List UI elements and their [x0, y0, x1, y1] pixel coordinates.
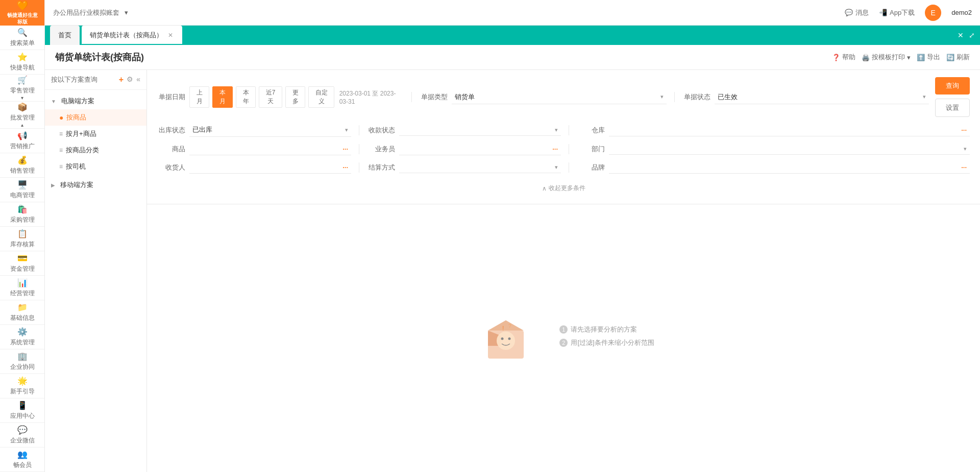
by-product-label: 按商品 — [66, 113, 86, 122]
receiver-input[interactable]: ··· — [189, 161, 351, 174]
newbie-icon: 🌟 — [17, 376, 28, 386]
settlement-select[interactable]: ▾ — [399, 162, 561, 173]
filter-salesman-item: 业务员 ··· — [367, 143, 561, 155]
status-select[interactable]: 已生效 ▾ — [715, 90, 929, 104]
help-icon: ❓ — [832, 54, 840, 61]
tree-item-by-category[interactable]: ≡ 按商品分类 — [45, 142, 146, 158]
product-input[interactable]: ··· — [189, 143, 351, 155]
tab-home[interactable]: 首页 — [50, 26, 80, 45]
tab-close-icon[interactable]: ✕ — [167, 32, 174, 39]
filter-warehouse-item: 仓库 ··· — [577, 124, 970, 136]
user-name[interactable]: demo2 — [951, 9, 972, 16]
app-name: 畅捷通好生意 — [7, 12, 38, 18]
salesman-input[interactable]: ··· — [399, 143, 561, 155]
user-avatar[interactable]: E — [925, 5, 941, 21]
tab-report[interactable]: 销货单统计表（按商品） ✕ — [82, 26, 182, 45]
dept-dropdown-icon: ▾ — [964, 146, 967, 152]
refresh-button[interactable]: 🔄 刷新 — [946, 53, 970, 62]
tab-minimize-icon[interactable]: ✕ — [958, 31, 964, 39]
sidebar-item-appcenter[interactable]: 📱 应用中心 — [0, 398, 44, 423]
filter-divider-4 — [569, 125, 569, 135]
warehouse-label: 仓库 — [577, 126, 605, 135]
date-btn-lastmonth[interactable]: 上月 — [189, 86, 209, 108]
sidebar-item-inventory[interactable]: 📋 库存核算 — [0, 227, 44, 251]
warehouse-more-icon[interactable]: ··· — [961, 126, 967, 134]
tree-item-mobile[interactable]: ▶ 移动端方案 — [45, 177, 146, 193]
dept-select[interactable]: ▾ — [609, 144, 970, 155]
sidebar-item-basic[interactable]: 📁 基础信息 — [0, 300, 44, 325]
collectstatus-select[interactable]: ▾ — [399, 125, 561, 136]
sidebar-item-label-ecom: 电商管理 — [10, 191, 35, 200]
sidebar-item-purchase[interactable]: 🛍️ 采购管理 — [0, 202, 44, 227]
by-product-icon: ● — [59, 113, 63, 122]
sidebar-item-retail[interactable]: 🛒 零售管理 ▾ — [0, 75, 44, 102]
brand-input[interactable]: ··· — [609, 161, 970, 174]
top-header: 办公用品行业模拟账套 ▾ 💬 消息 📲 App下载 E demo2 — [45, 0, 980, 26]
sidebar-item-sales[interactable]: 💰 销售管理 — [0, 153, 44, 178]
export-button[interactable]: ⬆️ 导出 — [917, 53, 940, 62]
left-panel: 按以下方案查询 + ⚙ « ▼ 电脑端方案 ● 按商品 — [45, 70, 147, 472]
message-action[interactable]: 💬 消息 — [845, 8, 869, 17]
sidebar-item-member[interactable]: 👥 畅会员 — [0, 447, 44, 472]
sidebar-item-search[interactable]: 🔍 搜索菜单 — [0, 26, 44, 50]
query-button[interactable]: 查询 — [935, 77, 970, 95]
app-logo[interactable]: 🧡 畅捷通好生意 标版 — [0, 0, 44, 26]
mobile-section-label: 移动端方案 — [60, 180, 93, 190]
sidebar-item-enterprise[interactable]: 🏢 企业协同 — [0, 349, 44, 374]
sidebar-item-label-enterprise: 企业协同 — [10, 363, 35, 371]
outstatus-select[interactable]: 已出库 ▾ — [189, 123, 351, 137]
brand-label: 品牌 — [577, 163, 605, 172]
print-button[interactable]: 🖨️ 按模板打印 ▾ — [862, 53, 911, 62]
outstatus-dropdown-icon: ▾ — [345, 127, 348, 133]
collapse-up-icon: ∧ — [542, 185, 547, 192]
sidebar-item-corpwx[interactable]: 💬 企业微信 — [0, 423, 44, 447]
sidebar-item-label-quicknav: 快捷导航 — [10, 63, 35, 72]
help-label: 帮助 — [842, 53, 855, 62]
tree-item-by-month-product[interactable]: ≡ 按月+商品 — [45, 126, 146, 142]
industry-dropdown-arrow[interactable]: ▾ — [125, 9, 128, 16]
category-label: 按商品分类 — [66, 146, 99, 155]
salesman-more-icon[interactable]: ··· — [552, 145, 558, 153]
add-scheme-button[interactable]: + — [119, 75, 124, 84]
date-btn-thismonth[interactable]: 本月 — [212, 86, 232, 108]
sidebar-item-marketing[interactable]: 📢 营销推广 — [0, 129, 44, 153]
sidebar-item-operations[interactable]: 📊 经营管理 — [0, 276, 44, 300]
product-more-icon[interactable]: ··· — [342, 145, 348, 153]
tab-bar: 首页 销货单统计表（按商品） ✕ ✕ ⤢ — [45, 26, 980, 45]
print-dropdown-icon: ▾ — [907, 54, 911, 61]
dept-label: 部门 — [577, 145, 605, 154]
date-btn-thisyear[interactable]: 本年 — [236, 86, 256, 108]
ecom-icon: 🖥️ — [17, 180, 28, 190]
help-button[interactable]: ❓ 帮助 — [832, 53, 855, 62]
month-product-icon: ≡ — [59, 130, 63, 137]
receiver-more-icon[interactable]: ··· — [342, 163, 348, 171]
date-btn-custom[interactable]: 自定义 — [308, 86, 334, 108]
tree-item-by-product[interactable]: ● 按商品 — [45, 109, 146, 126]
tab-bar-icons: ✕ ⤢ — [958, 31, 980, 39]
collapse-button[interactable]: ∧ 收起更多条件 — [157, 180, 970, 197]
action-buttons: 查询 设置 — [935, 77, 970, 117]
sidebar-item-wholesale[interactable]: 📦 批发管理 ▴ — [0, 102, 44, 129]
tree-item-pc[interactable]: ▼ 电脑端方案 — [45, 93, 146, 109]
sidebar-item-ecom[interactable]: 🖥️ 电商管理 — [0, 178, 44, 202]
settings-button[interactable]: 设置 — [935, 99, 970, 117]
tab-restore-icon[interactable]: ⤢ — [969, 31, 975, 39]
warehouse-input[interactable]: ··· — [609, 124, 970, 136]
month-product-label: 按月+商品 — [66, 129, 96, 138]
sidebar-item-newbie[interactable]: 🌟 新手引导 — [0, 374, 44, 398]
app-download-action[interactable]: 📲 App下载 — [879, 8, 915, 17]
brand-more-icon[interactable]: ··· — [961, 163, 967, 171]
date-btn-more[interactable]: 更多 — [285, 86, 305, 108]
sidebar-item-finance[interactable]: 💳 资金管理 — [0, 251, 44, 276]
sidebar-item-system[interactable]: ⚙️ 系统管理 — [0, 325, 44, 349]
type-select[interactable]: 销货单 ▾ — [452, 90, 666, 104]
sidebar-item-quicknav[interactable]: ⭐ 快捷导航 — [0, 50, 44, 75]
collapse-panel-button[interactable]: « — [136, 75, 140, 84]
collectstatus-dropdown-icon: ▾ — [555, 127, 558, 133]
date-btn-7days[interactable]: 近7天 — [259, 86, 282, 108]
svg-point-3 — [497, 332, 515, 350]
tree-item-by-driver[interactable]: ≡ 按司机 — [45, 158, 146, 175]
wholesale-expand-icon: ▴ — [21, 122, 23, 128]
print-icon: 🖨️ — [862, 54, 870, 61]
settings-scheme-button[interactable]: ⚙ — [127, 75, 133, 84]
